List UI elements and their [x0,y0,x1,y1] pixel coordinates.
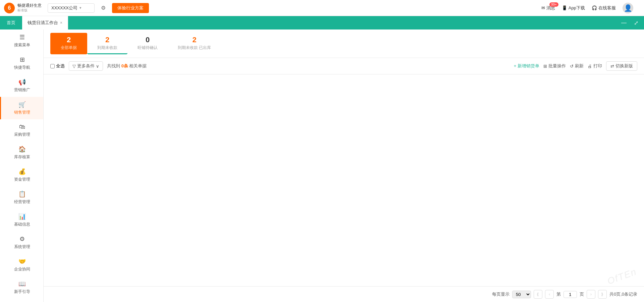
sidebar: ☰ 搜索菜单 ⊞ 快捷导航 📢 营销推广 🛒 销售管理 🛍 采购管理 🏠 库存核… [0,29,44,302]
top-right-area: ✉ 消息 99+ 📱 App下载 🎧 在线客服 👤 [541,3,640,13]
finance-icon: 💰 [18,168,26,175]
top-bar: 6 畅捷通好生意 标准版 XXXXXX公司 ▾ ⚙ 体验行业方案 ✉ 消息 99… [0,0,644,16]
batch-icon: ⊞ [543,64,547,69]
switch-version-button[interactable]: ⇄ 切换新版 [606,61,637,71]
sidebar-item-finance[interactable]: 💰 资金管理 [0,164,43,186]
system-icon: ⚙ [19,235,25,243]
toolbar-right: + 新增销货单 ⊞ 批量操作 ↺ 刷新 🖨 打印 ⇄ 切换新版 [514,61,637,71]
app-name: 畅捷通好生意 [17,3,42,8]
sidebar-item-basicinfo[interactable]: 📊 基础信息 [0,209,43,231]
sidebar-item-operation[interactable]: 📋 经营管理 [0,186,43,209]
stat-count-shipped: 2 [193,36,197,44]
page-input[interactable] [564,291,577,298]
experience-button[interactable]: 体验行业方案 [112,3,149,13]
tab-bar-actions: — ⤢ [619,18,644,27]
sidebar-item-purchase[interactable]: 🛍 采购管理 [0,119,43,141]
stat-count-pending: 0 [146,36,150,44]
company-selector[interactable]: XXXXXX公司 ▾ [48,3,95,13]
print-icon: 🖨 [588,64,592,69]
next-page-button[interactable]: › [587,290,595,299]
first-page-button[interactable]: ⟪ [534,290,542,299]
stat-count-all: 2 [67,36,71,44]
sidebar-inventory-label: 库存核算 [14,154,30,160]
stat-tab-pending[interactable]: 0 旺铺待确认 [127,33,168,54]
stat-tab-overdue[interactable]: 2 到期未收款 [87,33,127,54]
sidebar-basicinfo-label: 基础信息 [14,222,30,227]
total-text: 共0页,0条记录 [609,291,637,297]
filter-button[interactable]: ▽ 更多条件 ∨ [69,61,103,71]
stat-tab-all[interactable]: 2 全部单据 [50,33,87,54]
search-icon: ☰ [19,34,25,41]
sidebar-item-search[interactable]: ☰ 搜索菜单 [0,29,43,52]
tab-home[interactable]: 首页 [0,16,22,29]
sidebar-item-appcenter[interactable]: 📦 应用中心 [0,299,43,302]
toolbar: 全选 ▽ 更多条件 ∨ 共找到 0条 相关单据 + 新增销货单 ⊞ 批量操作 [44,58,644,74]
sidebar-item-inventory[interactable]: 🏠 库存核算 [0,141,43,164]
service-icon: 🎧 [592,5,597,10]
sidebar-search-label: 搜索菜单 [14,42,30,48]
refresh-button[interactable]: ↺ 刷新 [570,63,584,69]
stat-label-overdue: 到期未收款 [97,45,117,51]
sales-icon: 🛒 [18,101,26,108]
chevron-down-icon: ∨ [96,64,99,69]
settings-button[interactable]: ⚙ [98,3,109,13]
stat-label-all: 全部单据 [61,45,77,51]
page-label: 第 [556,291,561,297]
sidebar-purchase-label: 采购管理 [14,132,30,137]
operation-icon: 📋 [18,190,26,198]
sidebar-item-guide[interactable]: 📖 新手引导 [0,276,43,299]
avatar[interactable]: 👤 [623,3,633,13]
select-all-checkbox[interactable]: 全选 [50,63,65,69]
sidebar-item-marketing[interactable]: 📢 营销推广 [0,74,43,97]
last-page-button[interactable]: ⟫ [598,290,607,299]
guide-icon: 📖 [18,280,26,288]
logo-icon: 6 [4,3,15,13]
sidebar-item-cooperation[interactable]: 🤝 企业协同 [0,254,43,276]
grid-icon: ⊞ [20,56,25,63]
sidebar-item-quicknav[interactable]: ⊞ 快捷导航 [0,52,43,74]
page-label-2: 页 [580,291,584,297]
sidebar-guide-label: 新手引导 [14,289,30,295]
sidebar-item-system[interactable]: ⚙ 系统管理 [0,231,43,254]
stat-tab-shipped[interactable]: 2 到期未收款 已出库 [168,33,221,54]
new-order-button[interactable]: + 新增销货单 [514,63,539,69]
table-area [44,74,644,286]
app-download-button[interactable]: 📱 App下载 [562,5,585,11]
marketing-icon: 📢 [18,78,26,86]
main-layout: ☰ 搜索菜单 ⊞ 快捷导航 📢 营销推广 🛒 销售管理 🛍 采购管理 🏠 库存核… [0,29,644,302]
batch-button[interactable]: ⊞ 批量操作 [543,63,566,69]
cooperation-icon: 🤝 [18,258,26,265]
sidebar-quicknav-label: 快捷导航 [14,65,30,70]
prev-page-button[interactable]: ‹ [545,290,554,299]
page-size-select[interactable]: 50 100 200 [512,291,531,298]
select-all-label: 全选 [56,63,65,69]
message-badge: 99+ [549,2,558,7]
phone-icon: 📱 [562,5,567,10]
select-all-input[interactable] [50,64,55,68]
refresh-icon: ↺ [570,64,574,69]
message-icon: ✉ [541,5,545,10]
purchase-icon: 🛍 [19,123,25,130]
basicinfo-icon: 📊 [18,213,26,220]
print-button[interactable]: 🖨 打印 [588,63,602,69]
found-count: 0条 [121,63,128,68]
close-icon[interactable]: × [60,20,62,25]
logo-area: 6 畅捷通好生意 标准版 [4,3,48,13]
expand-icon: ⤢ [634,20,638,26]
sidebar-cooperation-label: 企业协同 [14,266,30,272]
online-service-button[interactable]: 🎧 在线客服 [592,5,616,11]
sidebar-item-sales[interactable]: 🛒 销售管理 [0,97,43,119]
minimize-button[interactable]: — [619,18,629,27]
home-tab-label: 首页 [7,20,15,26]
filter-icon: ▽ [72,64,76,69]
switch-icon: ⇄ [610,64,614,69]
message-button[interactable]: ✉ 消息 99+ [541,5,555,11]
maximize-button[interactable]: ⤢ [631,18,641,27]
tab-qhdq-label: 钱货日清工作台 [28,20,58,26]
tab-qhdq[interactable]: 钱货日清工作台 × [22,16,68,29]
app-badge: 标准版 [17,8,42,13]
pagination: 每页显示 50 100 200 ⟪ ‹ 第 页 › ⟫ 共0页,0条记录 [44,286,644,302]
sidebar-operation-label: 经营管理 [14,199,30,205]
page-size-label: 每页显示 [492,291,509,297]
sidebar-system-label: 系统管理 [14,244,30,250]
